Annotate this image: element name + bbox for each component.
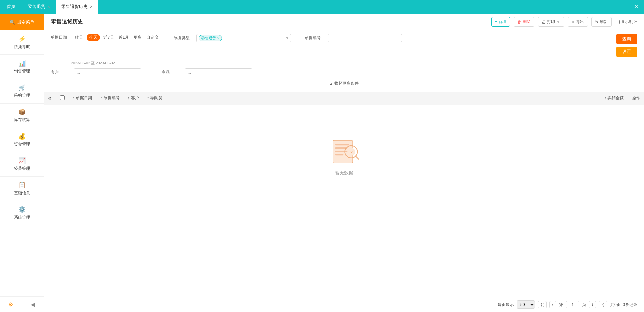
sidebar-item-purchase-mgmt[interactable]: 🛒 采购管理 — [0, 79, 44, 104]
query-button[interactable]: 查询 — [616, 34, 637, 44]
display-toggle[interactable]: 显示明细 — [615, 19, 637, 25]
system-mgmt-icon: ⚙️ — [18, 206, 26, 213]
doc-type-select[interactable]: 零售退货 ✕ ▼ — [196, 34, 291, 42]
date-btn-more[interactable]: 更多 — [132, 34, 143, 41]
page-label-pre: 第 — [559, 302, 563, 308]
content-area: 零售退货历史 + 新增 🗑 删除 🖨 打印 ▼ ⬆ 导出 ↻ — [44, 14, 644, 312]
next-page-button[interactable]: ⟩ — [589, 301, 596, 308]
empty-illustration: ? — [327, 132, 361, 166]
th-checkbox[interactable] — [56, 92, 69, 105]
last-page-button[interactable]: ⟩⟩ — [599, 301, 607, 308]
pagination-bar: 每页显示 50 10 20 100 ⟨⟨ ⟨ 第 页 ⟩ ⟩⟩ 共0页, 0条记… — [44, 297, 644, 312]
tab-list: 首页 零售退货 ✕ 零售退货历史 ✕ — [0, 0, 634, 14]
svg-line-6 — [355, 156, 359, 159]
top-bar: 首页 零售退货 ✕ 零售退货历史 ✕ ✕ — [0, 0, 644, 14]
setting-button[interactable]: 设置 — [616, 47, 637, 57]
quick-nav-icon: ⚡ — [18, 35, 26, 43]
customer-label: 客户 — [51, 70, 71, 75]
date-btn-last-month[interactable]: 近1月 — [117, 34, 130, 41]
data-table: ⚙ ↕ 单据日期 ↕ 单据编号 ↕ 客户 — [44, 92, 644, 203]
th-actual-amount[interactable]: ↕ 实销金额 — [600, 92, 628, 105]
first-page-button[interactable]: ⟨⟨ — [538, 301, 547, 308]
sidebar-item-inventory[interactable]: 📦 库存核算 — [0, 104, 44, 128]
customer-input[interactable]: ... — [74, 68, 141, 76]
customer-placeholder: ... — [77, 70, 80, 75]
refresh-icon: ↻ — [595, 20, 598, 24]
search-icon: 🔍 — [9, 20, 15, 25]
print-dropdown-icon: ▼ — [556, 20, 560, 24]
inventory-icon: 📦 — [18, 108, 26, 116]
sidebar-settings-button[interactable]: ⚙ — [0, 297, 22, 312]
doc-number-label: 单据编号 — [305, 35, 325, 41]
th-spacer — [166, 92, 600, 105]
date-filter-label: 单据日期 — [51, 35, 71, 40]
sidebar-item-quick-nav[interactable]: ⚡ 快捷导航 — [0, 30, 44, 55]
table-header: ⚙ ↕ 单据日期 ↕ 单据编号 ↕ 客户 — [44, 92, 644, 105]
svg-text:?: ? — [350, 150, 353, 154]
sidebar-search[interactable]: 🔍 搜索菜单 — [0, 14, 44, 30]
date-btn-yesterday[interactable]: 昨天 — [74, 34, 85, 41]
delete-button[interactable]: 🗑 删除 — [514, 17, 534, 27]
sidebar-item-finance[interactable]: 💰 资金管理 — [0, 128, 44, 152]
svg-rect-3 — [335, 151, 348, 152]
page-header: 零售退货历史 + 新增 🗑 删除 🖨 打印 ▼ ⬆ 导出 ↻ — [44, 14, 644, 30]
export-button[interactable]: ⬆ 导出 — [568, 17, 588, 27]
page-size-select[interactable]: 50 10 20 100 — [517, 300, 535, 309]
date-btn-today[interactable]: 今天 — [87, 34, 100, 41]
prev-page-button[interactable]: ⟨ — [549, 301, 556, 308]
svg-rect-1 — [335, 144, 349, 145]
th-customer[interactable]: ↕ 客户 — [124, 92, 143, 105]
close-tab-retail-return-icon[interactable]: ✕ — [47, 5, 50, 9]
th-guide[interactable]: ↕ 导购员 — [143, 92, 166, 105]
sidebar-item-base-info-label: 基础信息 — [14, 190, 30, 196]
refresh-button[interactable]: ↻ 刷新 — [591, 17, 612, 27]
page-number-input[interactable] — [566, 301, 579, 308]
sidebar-item-base-info[interactable]: 📋 基础信息 — [0, 177, 44, 201]
doc-type-tag-close[interactable]: ✕ — [217, 36, 220, 40]
close-tab-retail-return-history-icon[interactable]: ✕ — [90, 5, 93, 9]
sidebar-item-inventory-label: 库存核算 — [14, 117, 30, 123]
th-doc-number[interactable]: ↕ 单据编号 — [96, 92, 123, 105]
print-icon: 🖨 — [542, 20, 546, 24]
sidebar-collapse-button[interactable]: ◀ — [22, 297, 44, 312]
sidebar-item-quick-nav-label: 快捷导航 — [14, 44, 30, 50]
sidebar-item-operations-label: 经营管理 — [14, 166, 30, 172]
doc-type-tag[interactable]: 零售退货 ✕ — [199, 35, 222, 41]
sidebar-item-system-mgmt-label: 系统管理 — [14, 215, 30, 220]
toolbar: + 新增 🗑 删除 🖨 打印 ▼ ⬆ 导出 ↻ 刷新 — [491, 17, 637, 27]
page-label: 页 — [582, 302, 586, 308]
date-range-display: 2023-06-02 至 2023-06-02 — [71, 61, 115, 65]
date-btn-custom[interactable]: 自定义 — [145, 34, 160, 41]
table-body: ? 暂无数据 — [44, 105, 644, 203]
filter-area: 单据日期 昨天 今天 近7天 近1月 更多 自定义 单据类型 — [44, 30, 644, 92]
tab-retail-return[interactable]: 零售退货 ✕ — [22, 0, 56, 14]
new-button[interactable]: + 新增 — [491, 17, 510, 27]
goods-input[interactable]: ... — [185, 68, 252, 76]
empty-state: ? 暂无数据 — [44, 105, 644, 203]
sidebar-item-purchase-mgmt-label: 采购管理 — [14, 93, 30, 98]
collapse-row: ▲ 收起更多条件 — [51, 79, 637, 88]
th-settings[interactable]: ⚙ — [44, 92, 56, 105]
print-button[interactable]: 🖨 打印 ▼ — [538, 17, 564, 27]
sidebar-item-system-mgmt[interactable]: ⚙️ 系统管理 — [0, 201, 44, 225]
tab-retail-return-history[interactable]: 零售退货历史 ✕ — [56, 0, 98, 14]
table-container: ⚙ ↕ 单据日期 ↕ 单据编号 ↕ 客户 — [44, 92, 644, 297]
date-btn-last7[interactable]: 近7天 — [102, 34, 115, 41]
date-options: 昨天 今天 近7天 近1月 更多 自定义 — [74, 34, 160, 41]
close-window-button[interactable]: ✕ — [634, 3, 644, 10]
base-info-icon: 📋 — [18, 181, 26, 189]
collapse-icon: ▲ — [329, 81, 333, 86]
tab-home[interactable]: 首页 — [0, 0, 22, 14]
sidebar-bottom: ⚙ ◀ — [0, 296, 44, 312]
collapse-button[interactable]: ▲ 收起更多条件 — [326, 79, 362, 88]
doc-number-input[interactable] — [328, 34, 402, 42]
main-layout: 🔍 搜索菜单 ⚡ 快捷导航 📊 销售管理 🛒 采购管理 📦 库存核算 💰 资金管… — [0, 14, 644, 312]
column-settings-icon[interactable]: ⚙ — [48, 96, 52, 101]
sidebar-item-operations[interactable]: 📈 经营管理 — [0, 152, 44, 177]
display-detail-checkbox[interactable] — [615, 20, 620, 24]
sidebar-item-sales-mgmt[interactable]: 📊 销售管理 — [0, 55, 44, 79]
select-all-checkbox[interactable] — [60, 95, 65, 100]
goods-label: 商品 — [162, 70, 182, 75]
purchase-mgmt-icon: 🛒 — [18, 84, 26, 91]
th-doc-date[interactable]: ↕ 单据日期 — [69, 92, 96, 105]
